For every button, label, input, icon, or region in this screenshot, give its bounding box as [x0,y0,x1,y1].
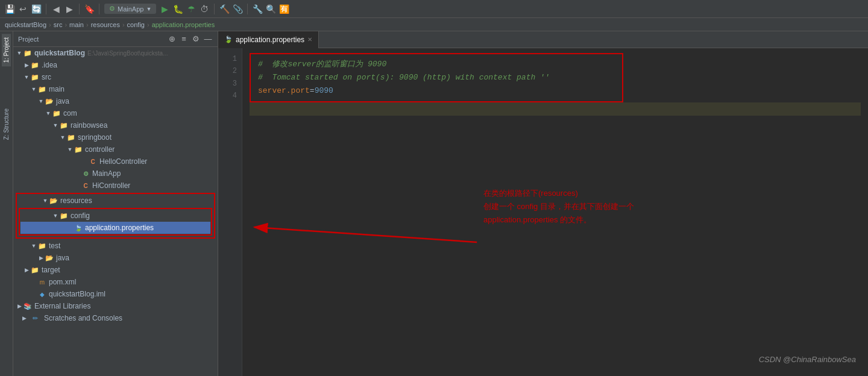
breadcrumb-part-1[interactable]: quickstartBlog [5,21,46,28]
app-properties-label: application.properties [85,224,154,232]
coverage-icon[interactable]: ☂ [186,4,196,14]
tree-rainbowsea[interactable]: ▼ 📁 rainbowsea [13,119,218,131]
tab-close-button[interactable]: ✕ [307,36,312,43]
tree-main[interactable]: ▼ 📁 main [13,83,218,95]
root-label: quickstartBlog [34,49,85,57]
root-folder-icon: 📁 [23,48,33,58]
build-icon[interactable]: 🔨 [219,4,229,14]
find-icon[interactable]: 🔍 [266,4,275,14]
config-folder-icon: 📁 [59,211,69,221]
tree-scratches[interactable]: ▶ ✏ Scratches and Consoles [13,312,218,324]
breadcrumb-sep-2: › [64,21,67,28]
breadcrumb-part-6[interactable]: application.properties [152,21,215,28]
breadcrumb-sep-1: › [49,21,51,28]
tree-external-libraries[interactable]: ▶ 📚 External Libraries [13,300,218,312]
tree-test[interactable]: ▼ 📁 test [13,240,218,252]
attach-icon[interactable]: 📎 [233,4,242,14]
controller-arrow: ▼ [66,146,74,152]
external-tools-icon[interactable]: 🔧 [253,4,262,14]
code-editor[interactable]: 1 2 3 4 # 修改server的监听窗口为 9090 # Tomcat s… [218,48,868,376]
test-folder-icon: 📁 [37,241,47,251]
tree-controller[interactable]: ▼ 📁 controller [13,143,218,155]
add-content-icon[interactable]: ⊕ [167,34,177,43]
tree-app-properties[interactable]: ▶ 🍃 application.properties [20,222,210,234]
revert-icon[interactable]: ↩ [18,4,28,14]
java-folder-icon: 📂 [45,96,54,106]
config-label: config [71,212,90,220]
separator-1 [46,4,46,14]
test-java-folder-icon: 📂 [45,253,54,263]
breadcrumb-part-5[interactable]: config [127,21,145,28]
tab-label: application.properties [236,36,304,44]
resources-label: resources [60,196,92,205]
editor-tab-bar: 🍃 application.properties ✕ [218,31,868,48]
profile-icon[interactable]: ⏱ [200,4,209,14]
hi-label: HiController [92,181,130,190]
debug-icon[interactable]: 🐛 [173,4,183,14]
tree-src[interactable]: ▼ 📁 src [13,71,218,83]
code-line-3: server.port=9090 [258,84,615,98]
config-arrow: ▼ [52,213,59,219]
iml-label: quickstartBlog.iml [49,290,105,298]
tree-target[interactable]: ▶ 📁 target [13,264,218,276]
code-content[interactable]: # 修改server的监听窗口为 9090 # Tomcat started o… [242,48,868,376]
tree-iml[interactable]: ▶ ◆ quickstartBlog.iml [13,288,218,300]
ext-lib-icon: 📚 [23,301,33,311]
tab-structure[interactable]: Z: Structure [2,105,11,143]
java-label: java [56,97,69,105]
resources-folder-icon: 📂 [49,196,58,205]
rainbowsea-arrow: ▼ [52,122,59,128]
sync-icon[interactable]: 🔄 [31,4,41,14]
main-folder-icon: 📁 [37,84,47,94]
tree-test-java[interactable]: ▶ 📂 java [13,252,218,264]
target-label: target [42,266,60,274]
tree-mainapp[interactable]: ▶ ⚙ MainApp [13,168,218,180]
bookmark-icon[interactable]: 🔖 [84,4,94,14]
vertical-tab-bar: 1: Project Z: Structure [0,31,13,376]
hello-label: HelloController [99,157,147,166]
main-label: main [49,85,64,93]
save-all-icon[interactable]: 💾 [5,4,14,14]
test-label: test [49,242,60,250]
springboot-arrow: ▼ [59,134,66,140]
tree-config[interactable]: ▼ 📁 config [20,210,210,222]
run-config-selector[interactable]: ⚙ MainApp ▼ [104,4,156,14]
tab-project[interactable]: 1: Project [2,34,11,66]
tree-idea[interactable]: ▶ 📁 .idea [13,59,218,71]
breadcrumb-part-4[interactable]: resources [91,21,120,28]
tree-java[interactable]: ▼ 📂 java [13,95,218,107]
tree-root[interactable]: ▼ 📁 quickstartBlog E:\Java\SpringBoot\qu… [13,47,218,59]
tree-hello-controller[interactable]: ▶ C HelloController [13,155,218,168]
tree-pom[interactable]: ▶ m pom.xml [13,276,218,288]
idea-label: .idea [42,61,57,69]
scratches-icon: ✏ [30,313,40,323]
collapse-icon[interactable]: ≡ [179,34,189,43]
tree-com[interactable]: ▼ 📁 com [13,107,218,119]
mainapp-label: MainApp [92,169,121,178]
breadcrumb-sep-5: › [147,21,149,28]
run-config-label: MainApp [118,5,143,13]
hello-class-icon: C [88,157,98,166]
rainbowsea-label: rainbowsea [71,121,107,130]
project-sidebar: Project ⊕ ≡ ⚙ — ▼ 📁 quickstartBlog E:\Ja… [13,31,218,376]
test-java-label: java [56,254,69,262]
tree-springboot[interactable]: ▼ 📁 springboot [13,131,218,143]
minimize-icon[interactable]: — [203,34,213,43]
springboot-folder-icon: 📁 [66,133,76,142]
src-arrow: ▼ [23,74,30,80]
ext-lib-label: External Libraries [34,302,90,310]
target-folder-icon: 📁 [30,265,40,275]
com-folder-icon: 📁 [52,108,61,118]
com-arrow: ▼ [45,110,52,116]
forward-icon[interactable]: ▶ [64,4,74,14]
controller-label: controller [85,145,115,154]
run-icon[interactable]: ▶ [160,4,169,14]
editor-tab-app-properties[interactable]: 🍃 application.properties ✕ [218,31,319,48]
breadcrumb-part-2[interactable]: src [54,21,63,28]
tree-hi-controller[interactable]: ▶ C HiController [13,180,218,192]
tree-resources[interactable]: ▼ 📂 resources [17,195,213,207]
breadcrumb-part-3[interactable]: main [69,21,84,28]
back-icon[interactable]: ◀ [51,4,61,14]
settings-icon[interactable]: ⚙ [191,34,201,43]
translate-icon[interactable]: 🈶 [279,4,289,14]
